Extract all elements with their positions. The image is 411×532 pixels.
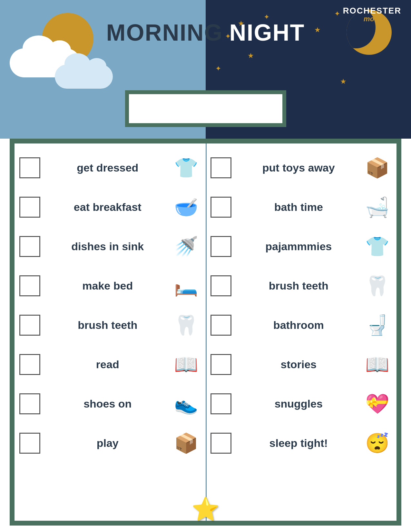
- name-box-container: [125, 90, 286, 127]
- morning-column: get dressed 👕 eat breakfast 🥣 dishes in …: [15, 143, 206, 521]
- morning-list-item: get dressed 👕: [19, 150, 201, 185]
- morning-checkbox-2[interactable]: [19, 236, 40, 257]
- morning-list-item: dishes in sink 🚿: [19, 229, 201, 264]
- name-box[interactable]: [129, 94, 282, 123]
- night-list-item: sleep tight! 😴: [210, 425, 392, 461]
- morning-item-label-0: get dressed: [44, 162, 172, 174]
- morning-item-label-1: eat breakfast: [44, 201, 172, 213]
- night-checkbox-2[interactable]: [210, 236, 231, 257]
- night-item-icon-7: 😴: [363, 429, 392, 458]
- cloud2-icon: [55, 64, 113, 89]
- night-checkbox-5[interactable]: [210, 354, 231, 375]
- morning-item-icon-3: 🛏️: [172, 271, 201, 300]
- morning-item-icon-0: 👕: [172, 153, 201, 182]
- night-list-item: stories 📖: [210, 347, 392, 382]
- column-divider: [206, 143, 207, 521]
- checklist-inner: get dressed 👕 eat breakfast 🥣 dishes in …: [15, 143, 396, 521]
- night-item-icon-1: 🛁: [363, 192, 392, 222]
- night-column: put toys away 📦 bath time 🛁 pajammmies 👕…: [206, 143, 397, 521]
- night-item-label-3: brush teeth: [235, 280, 363, 292]
- night-item-label-0: put toys away: [235, 162, 363, 174]
- morning-item-label-4: brush teeth: [44, 319, 172, 331]
- morning-item-label-5: read: [44, 358, 172, 371]
- night-item-label-2: pajammmies: [235, 240, 363, 253]
- night-checkbox-0[interactable]: [210, 157, 231, 178]
- star-decoration: ★: [372, 42, 379, 50]
- morning-checkbox-3[interactable]: [19, 275, 40, 296]
- morning-list-item: read 📖: [19, 347, 201, 382]
- morning-list-item: shoes on 👟: [19, 386, 201, 421]
- night-item-icon-0: 📦: [363, 153, 392, 182]
- morning-item-icon-1: 🥣: [172, 192, 201, 222]
- night-item-label-1: bath time: [235, 201, 363, 213]
- rochester-logo: ROCHESTER mom: [343, 6, 401, 23]
- morning-item-icon-5: 📖: [172, 350, 201, 379]
- star-decoration: ★: [314, 26, 321, 34]
- title-bar: MORNING NIGHT: [106, 19, 305, 46]
- night-title: NIGHT: [230, 19, 305, 46]
- night-list-item: bathroom 🚽: [210, 307, 392, 343]
- night-checkbox-1[interactable]: [210, 197, 231, 218]
- night-checkbox-3[interactable]: [210, 275, 231, 296]
- night-list-item: pajammmies 👕: [210, 229, 392, 264]
- morning-list-item: play 📦: [19, 425, 201, 461]
- logo-rochester: ROCHESTER: [343, 6, 401, 15]
- night-item-icon-4: 🚽: [363, 310, 392, 340]
- night-item-icon-5: 📖: [363, 350, 392, 379]
- gold-star-icon: ⭐: [191, 496, 220, 522]
- morning-item-label-3: make bed: [44, 280, 172, 292]
- night-item-icon-3: 🦷: [363, 271, 392, 300]
- night-checkbox-4[interactable]: [210, 315, 231, 336]
- night-list-item: put toys away 📦: [210, 150, 392, 185]
- checklist-container: get dressed 👕 eat breakfast 🥣 dishes in …: [10, 139, 401, 526]
- night-item-icon-2: 👕: [363, 232, 392, 261]
- night-item-label-4: bathroom: [235, 319, 363, 331]
- night-item-icon-6: 💝: [363, 389, 392, 418]
- morning-list-item: make bed 🛏️: [19, 268, 201, 303]
- morning-item-label-2: dishes in sink: [44, 240, 172, 253]
- night-item-label-5: stories: [235, 358, 363, 371]
- star-decoration: ★: [248, 52, 254, 60]
- morning-item-icon-7: 📦: [172, 429, 201, 458]
- morning-item-label-7: play: [44, 437, 172, 449]
- morning-item-icon-4: 🦷: [172, 310, 201, 340]
- morning-list-item: eat breakfast 🥣: [19, 189, 201, 225]
- morning-item-label-6: shoes on: [44, 398, 172, 410]
- morning-checkbox-6[interactable]: [19, 393, 40, 414]
- star-decoration: ✦: [334, 10, 340, 18]
- night-item-label-7: sleep tight!: [235, 437, 363, 449]
- morning-title: MORNING: [106, 19, 223, 46]
- night-list-item: snuggles 💝: [210, 386, 392, 421]
- morning-checkbox-1[interactable]: [19, 197, 40, 218]
- morning-checkbox-5[interactable]: [19, 354, 40, 375]
- morning-list-item: brush teeth 🦷: [19, 307, 201, 343]
- night-item-label-6: snuggles: [235, 398, 363, 410]
- star-decoration: ★: [340, 77, 347, 86]
- morning-checkbox-4[interactable]: [19, 315, 40, 336]
- night-list-item: bath time 🛁: [210, 189, 392, 225]
- morning-checkbox-7[interactable]: [19, 433, 40, 454]
- morning-item-icon-6: 👟: [172, 389, 201, 418]
- night-list-item: brush teeth 🦷: [210, 268, 392, 303]
- night-checkbox-7[interactable]: [210, 433, 231, 454]
- morning-checkbox-0[interactable]: [19, 157, 40, 178]
- morning-item-icon-2: 🚿: [172, 232, 201, 261]
- logo-mom: mom: [343, 15, 401, 23]
- star-decoration: ✦: [215, 64, 221, 73]
- night-checkbox-6[interactable]: [210, 393, 231, 414]
